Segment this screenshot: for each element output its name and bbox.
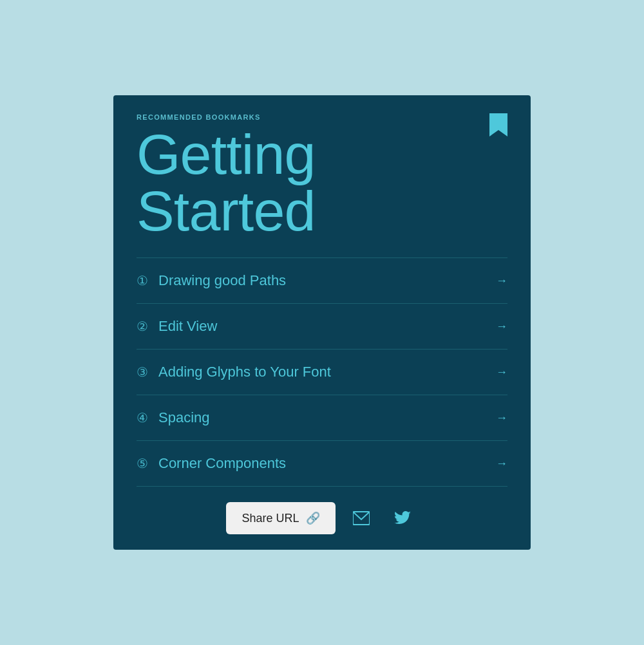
bookmark-icon[interactable] <box>489 113 507 136</box>
menu-item-3[interactable]: ③ Adding Glyphs to Your Font → <box>137 350 507 395</box>
menu-item-3-arrow: → <box>496 366 507 379</box>
footer: Share URL 🔗 <box>113 487 531 550</box>
menu-item-5-label: Corner Components <box>158 455 488 472</box>
link-icon: 🔗 <box>306 511 320 525</box>
twitter-icon <box>394 510 411 527</box>
menu-item-4-num: ④ <box>137 410 148 425</box>
menu-item-2[interactable]: ② Edit View → <box>137 304 507 350</box>
menu-item-1-arrow: → <box>496 274 507 288</box>
twitter-button[interactable] <box>387 503 418 534</box>
menu-item-4-arrow: → <box>496 411 507 425</box>
menu-item-1-label: Drawing good Paths <box>158 272 488 289</box>
menu-item-4[interactable]: ④ Spacing → <box>137 395 507 441</box>
menu-list: ① Drawing good Paths → ② Edit View → ③ A… <box>113 258 531 486</box>
menu-item-5[interactable]: ⑤ Corner Components → <box>137 441 507 486</box>
menu-item-1-num: ① <box>137 273 148 288</box>
menu-item-3-num: ③ <box>137 364 148 380</box>
menu-item-3-label: Adding Glyphs to Your Font <box>158 364 488 380</box>
menu-item-2-arrow: → <box>496 320 507 333</box>
share-url-label: Share URL <box>242 512 299 525</box>
mail-icon <box>353 510 370 527</box>
share-url-button[interactable]: Share URL 🔗 <box>226 502 335 534</box>
menu-item-1[interactable]: ① Drawing good Paths → <box>137 258 507 304</box>
menu-item-4-label: Spacing <box>158 409 488 426</box>
page-title: Getting Started <box>137 126 507 239</box>
card-header: RECOMMENDED BOOKMARKS Getting Started <box>113 95 531 239</box>
recommended-label: RECOMMENDED BOOKMARKS <box>137 113 507 121</box>
mail-button[interactable] <box>346 503 377 534</box>
menu-item-2-label: Edit View <box>158 318 488 335</box>
menu-item-5-num: ⑤ <box>137 456 148 471</box>
menu-item-5-arrow: → <box>496 457 507 471</box>
card: RECOMMENDED BOOKMARKS Getting Started ① … <box>113 95 531 550</box>
menu-item-2-num: ② <box>137 319 148 334</box>
